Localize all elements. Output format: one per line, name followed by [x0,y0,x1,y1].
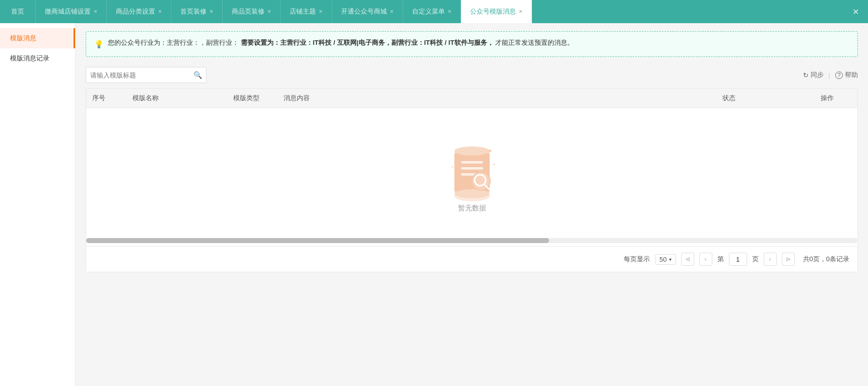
search-area: 🔍 [86,67,207,83]
th-content: 消息内容 [278,89,716,108]
search-input[interactable] [90,71,193,79]
tab-close-1[interactable]: × [94,8,97,15]
tab-4[interactable]: 商品页装修 × [223,0,281,23]
per-page-select[interactable]: 50 ▾ [655,254,676,265]
notice-box: 💡 您的公众号行业为：主营行业：，副营行业： 需要设置为：主营行业：IT科技 /… [86,31,858,57]
close-all-button[interactable]: ✕ [843,7,868,17]
th-action: 操作 [797,89,857,108]
tab-5[interactable]: 店铺主题 × [281,0,332,23]
next-page-button[interactable]: › [764,253,777,266]
tab-close-2[interactable]: × [158,8,162,15]
svg-point-3 [454,189,490,198]
svg-point-2 [454,146,490,156]
toolbar: 🔍 ↻ 同步 | ? 帮助 [86,67,858,83]
toolbar-right: ↻ 同步 | ? 帮助 [803,70,858,80]
notice-icon: 💡 [94,38,104,50]
tab-3[interactable]: 首页装修 × [171,0,223,23]
empty-illustration: ✦ ✦ ✦ [442,138,502,204]
tab-0[interactable]: 首页 [0,0,36,23]
prev-page-button[interactable]: ‹ [699,253,712,266]
page-number-input[interactable] [729,253,747,266]
empty-text: 暂无数据 [458,204,486,213]
data-table: 序号 模版名称 模版类型 消息内容 状态 操作 [86,88,858,272]
tab-7[interactable]: 自定义菜单 × [403,0,461,23]
total-info: 共0页，0条记录 [803,255,849,264]
help-icon: ? [835,71,843,79]
svg-rect-4 [461,161,483,164]
tab-8[interactable]: 公众号模版消息 × [461,0,532,23]
sidebar-item-0[interactable]: 模版消息 [0,28,75,48]
search-icon[interactable]: 🔍 [193,71,202,79]
svg-text:✦: ✦ [451,165,454,170]
svg-text:✦: ✦ [492,162,496,167]
table-header: 序号 模版名称 模版类型 消息内容 状态 操作 [86,89,857,108]
main-layout: 模版消息模版消息记录 💡 您的公众号行业为：主营行业：，副营行业： 需要设置为：… [0,23,868,386]
tab-6[interactable]: 开通公众号商城 × [332,0,403,23]
toolbar-divider: | [829,71,830,79]
th-seq: 序号 [86,89,126,108]
per-page-label: 每页显示 [624,255,650,264]
horizontal-scrollbar[interactable] [86,238,857,243]
content-area: 💡 您的公众号行业为：主营行业：，副营行业： 需要设置为：主营行业：IT科技 /… [76,23,868,386]
top-tab-bar: 首页微商城店铺设置 ×商品分类设置 ×首页装修 ×商品页装修 ×店铺主题 ×开通… [0,0,868,23]
empty-state: ✦ ✦ ✦ 暂无数据 [86,108,857,233]
tab-1[interactable]: 微商城店铺设置 × [36,0,107,23]
tab-close-8[interactable]: × [519,8,522,15]
sync-icon: ↻ [803,71,809,79]
help-button[interactable]: ? 帮助 [835,70,858,80]
tab-close-4[interactable]: × [268,8,271,15]
tab-close-7[interactable]: × [448,8,451,15]
pagination: 每页显示 50 ▾ ⊲ ‹ 第 页 › ⊳ 共0页，0条记录 [86,246,857,272]
tab-close-3[interactable]: × [210,8,213,15]
sidebar-item-1[interactable]: 模版消息记录 [0,48,75,68]
sync-button[interactable]: ↻ 同步 [803,70,824,80]
chevron-down-icon: ▾ [669,257,672,262]
page-label: 第 [717,255,724,264]
th-type: 模版类型 [227,89,278,108]
tab-close-6[interactable]: × [390,8,393,15]
scrollbar-thumb [86,238,549,243]
tab-close-5[interactable]: × [319,8,322,15]
svg-rect-5 [461,167,483,170]
last-page-button[interactable]: ⊳ [782,253,795,266]
th-name: 模版名称 [126,89,227,108]
page-suffix: 页 [752,255,759,264]
notice-text: 您的公众号行业为：主营行业：，副营行业： 需要设置为：主营行业：IT科技 / 互… [108,38,574,48]
tab-2[interactable]: 商品分类设置 × [107,0,171,23]
sidebar: 模版消息模版消息记录 [0,23,76,386]
first-page-button[interactable]: ⊲ [681,253,694,266]
th-status: 状态 [716,89,797,108]
svg-text:✦: ✦ [487,147,493,155]
